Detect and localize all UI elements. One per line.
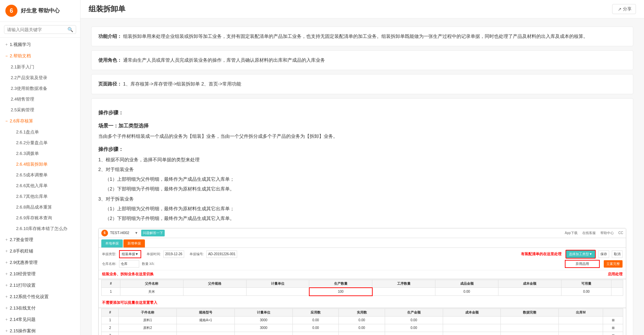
scene1-desc: 当由多个子件材料组装成一个成品的业务为【组装】业务，当由一个父件拆分成多个子产品… bbox=[98, 132, 626, 141]
sidebar-item-263[interactable]: 2.6.3调拨单 bbox=[0, 148, 80, 159]
sidebar-item-265[interactable]: 2.6.5成本调整单 bbox=[0, 170, 80, 180]
search-box[interactable]: 🔍 bbox=[4, 25, 76, 34]
collapse-icon-stock: − bbox=[5, 119, 8, 123]
step3-2: （2）下部明细为子件明细，最终作为产成品生成其它入库单。 bbox=[105, 214, 626, 223]
role-text: 通常由生产人员或库管人员完成折装业务的操作，库管人员确认原材料的出库和产成品的入… bbox=[123, 57, 325, 63]
ss-logo: 6 bbox=[101, 230, 108, 236]
intro-label: 功能介绍： bbox=[98, 34, 122, 39]
sidebar-item-2610[interactable]: 2.6.10库存账本错了怎么办 bbox=[0, 223, 80, 234]
sidebar-item-label: 2.6库存核算 bbox=[10, 118, 33, 124]
sidebar-item-cases[interactable]: + 2.15操作案例 bbox=[0, 325, 80, 335]
nav-section: + 1.视频学习 − 2.帮助文档 2.1新手入门 2.2产品安装及登录 2.3… bbox=[0, 38, 80, 335]
sidebar-item-262[interactable]: 2.6.2分量盘点单 bbox=[0, 137, 80, 148]
sidebar-item-stock[interactable]: − 2.6库存核算 bbox=[0, 115, 80, 127]
ss-annotation1: 有装配清单的在这里处理 bbox=[521, 251, 561, 258]
ss-annotation3: 启用处理 bbox=[608, 271, 623, 278]
ss-doc-type[interactable]: 组装单据▼ bbox=[119, 250, 141, 258]
ss-company: TEST-H002 bbox=[110, 230, 129, 236]
sidebar-item-docs[interactable]: − 2.帮助文档 bbox=[0, 50, 80, 62]
ops-card: 操作步骤： 场景一：加工类型选择 当由多个子件材料组装成一个成品的业务为【组装】… bbox=[91, 98, 633, 335]
share-button[interactable]: ↗ 分享 bbox=[612, 4, 636, 14]
collapse-icon: − bbox=[5, 54, 8, 58]
ss-save-btn[interactable]: 保存 bbox=[598, 250, 609, 258]
ss-bottom-table-area: # 子件名称 规格型号 计量单位 应用数 实用数 生产金额 成本金额 数据完整 bbox=[99, 309, 626, 335]
screenshot-container: 6 TEST-H002 ▼ 问题解答一下 App下载 在线客服 帮助中心 CC … bbox=[98, 228, 626, 335]
ss-form-header: 单据类型: 组装单据▼ 单据时间: 2019-12-26 单据编号: AD-20… bbox=[99, 248, 626, 270]
ss-cancel-btn[interactable]: 取消 bbox=[612, 250, 623, 258]
ss-annotation4: 不需要添加可以批量在这里置零入 bbox=[102, 300, 157, 304]
role-card: 使用角色： 通常由生产人员或库管人员完成折装业务的操作，库管人员确认原材料的出库… bbox=[91, 50, 633, 70]
sidebar-item-ops[interactable]: + 2.10经营管理 bbox=[0, 268, 80, 280]
ss-bottom-table: # 子件名称 规格型号 计量单位 应用数 实用数 生产金额 成本金额 数据完整 bbox=[101, 309, 623, 335]
logo-area: 6 好生意 帮助中心 bbox=[0, 0, 80, 22]
step2-2: （2）下部明细为子件明细，最终作为原材料生成其它出库单。 bbox=[105, 185, 626, 193]
page-title: 组装拆卸单 bbox=[89, 4, 125, 14]
table-row: 1 关米 100 0.00 0.00 bbox=[102, 288, 623, 296]
search-icon[interactable]: 🔍 bbox=[67, 27, 73, 32]
table-row: 1 原料1 规格A+1 3000 0.00 0.00 0.00 bbox=[102, 317, 623, 324]
sidebar-item-predata[interactable]: 2.3使用前数据准备 bbox=[0, 83, 80, 94]
app-logo: 6 bbox=[5, 5, 17, 17]
sidebar-item-video[interactable]: + 1.视频学习 bbox=[0, 39, 80, 50]
step3: 3、对于拆装业务 bbox=[98, 195, 626, 203]
ss-sub-label-row: 不需要添加可以批量在这里置零入 bbox=[99, 297, 626, 307]
ss-nav-main: 问题解答一下 bbox=[141, 230, 165, 236]
sidebar: 6 好生意 帮助中心 🔍 + 1.视频学习 − 2.帮助文档 2.1新手入门 2… bbox=[0, 0, 80, 335]
top-bar: 组装拆卸单 ↗ 分享 bbox=[80, 0, 644, 18]
expand-icon: + bbox=[5, 42, 8, 47]
app-title: 好生意 帮助中心 bbox=[21, 7, 60, 14]
sidebar-item-label: 1.视频学习 bbox=[10, 42, 31, 48]
step3-1: （1）上部明细为父件明细，最终作为原材料生成其它出库单； bbox=[105, 205, 626, 213]
sidebar-item-mobile[interactable]: + 2.8手机旺铺 bbox=[0, 245, 80, 257]
sidebar-item-267[interactable]: 2.6.7其他出库单 bbox=[0, 191, 80, 202]
step1: 1、根据不同的业务，选择不同单据的类型来处理 bbox=[98, 156, 626, 164]
step2: 2、对于组装业务 bbox=[98, 165, 626, 174]
role-label: 使用角色： bbox=[98, 57, 122, 63]
sidebar-item-268[interactable]: 2.6.8商品成本重算 bbox=[0, 202, 80, 213]
path-text: 1、库存核算->库存管理->组装拆卸单 2、首页->常用功能 bbox=[123, 81, 241, 87]
sidebar-item-faq[interactable]: + 2.14常见问题 bbox=[0, 314, 80, 325]
ss-topbar: 6 TEST-H002 ▼ 问题解答一下 App下载 在线客服 帮助中心 CC bbox=[99, 228, 626, 238]
ss-warehouse[interactable]: 仓库 bbox=[119, 260, 139, 268]
search-input[interactable] bbox=[7, 27, 67, 32]
sidebar-item-coupon[interactable]: + 2.9优惠券管理 bbox=[0, 257, 80, 268]
sidebar-item-payment[interactable]: + 2.13在线支付 bbox=[0, 302, 80, 314]
path-label: 页面路径： bbox=[98, 81, 122, 87]
ss-tab-new[interactable]: 新增单据 bbox=[123, 239, 145, 247]
sidebar-item-install[interactable]: 2.2产品安装及登录 bbox=[0, 72, 80, 83]
ss-annotation-row: 组装业务、拆卸业务在这里切换 启用处理 bbox=[99, 270, 626, 278]
sidebar-item-261[interactable]: 2.6.1盘点单 bbox=[0, 127, 80, 137]
sidebar-item-newbie[interactable]: 2.1新手入门 bbox=[0, 62, 80, 72]
ss-confirm-btn[interactable]: 立案完整 bbox=[604, 260, 623, 268]
sidebar-item-fund[interactable]: + 2.7资金管理 bbox=[0, 234, 80, 245]
sidebar-item-sysconfig[interactable]: + 2.12系统个性化设置 bbox=[0, 291, 80, 302]
ss-process-btn[interactable]: 选择加工类型▼ bbox=[566, 250, 596, 259]
sidebar-item-sales[interactable]: 2.4销售管理 bbox=[0, 94, 80, 105]
path-card: 页面路径： 1、库存核算->库存管理->组装拆卸单 2、首页->常用功能 bbox=[91, 74, 633, 94]
ss-top-table: # 父件名称 父件规格 计量单位 生产数量 工序数量 成品金额 成本金额 可用量 bbox=[101, 280, 623, 296]
ops-label: 操作步骤： bbox=[98, 108, 626, 117]
table-row: 3 ⊞ bbox=[102, 332, 623, 335]
ss-doc-date[interactable]: 2019-12-26 bbox=[163, 250, 184, 258]
ss-tab-local[interactable]: 本地单据 bbox=[101, 239, 123, 247]
search-area: 🔍 bbox=[0, 22, 80, 38]
table-row: 2 原料2 3000 0.00 0.00 0.00 bbox=[102, 324, 623, 332]
intro-text: 组装拆卸单用来处理企业组装或拆卸等加工业务，支持有固定装配清单的产品加工业务，也… bbox=[123, 34, 588, 39]
share-icon: ↗ bbox=[618, 7, 622, 12]
ss-enabled-field[interactable]: 弃用品用 bbox=[565, 260, 600, 268]
sidebar-item-label: 2.帮助文档 bbox=[10, 53, 31, 59]
ss-annotation2: 组装业务、拆卸业务在这里切换 bbox=[102, 271, 154, 278]
screenshot-inner: 6 TEST-H002 ▼ 问题解答一下 App下载 在线客服 帮助中心 CC … bbox=[99, 228, 626, 335]
sidebar-item-269[interactable]: 2.6.9库存账本查询 bbox=[0, 213, 80, 223]
content-area: 功能介绍： 组装拆卸单用来处理企业组装或拆卸等加工业务，支持有固定装配清单的产品… bbox=[80, 18, 644, 335]
sidebar-item-266[interactable]: 2.6.6其他入库单 bbox=[0, 180, 80, 191]
sidebar-item-purchase[interactable]: 2.5采购管理 bbox=[0, 105, 80, 115]
main-area: 组装拆卸单 ↗ 分享 功能介绍： 组装拆卸单用来处理企业组装或拆卸等加工业务，支… bbox=[80, 0, 644, 335]
sidebar-item-264[interactable]: 2.6.4组装拆卸单 bbox=[0, 159, 80, 170]
ss-tab-row: 本地单据 新增单据 bbox=[99, 238, 626, 248]
intro-card: 功能介绍： 组装拆卸单用来处理企业组装或拆卸等加工业务，支持有固定装配清单的产品… bbox=[91, 26, 633, 46]
step-label: 操作步骤： bbox=[98, 145, 626, 154]
step2-1: （1）上部明细为父件明细，最终作为产成品生成其它入库单； bbox=[105, 175, 626, 183]
ss-top-table-area: # 父件名称 父件规格 计量单位 生产数量 工序数量 成品金额 成本金额 可用量 bbox=[99, 280, 626, 297]
sidebar-item-print[interactable]: + 2.11打印设置 bbox=[0, 280, 80, 291]
